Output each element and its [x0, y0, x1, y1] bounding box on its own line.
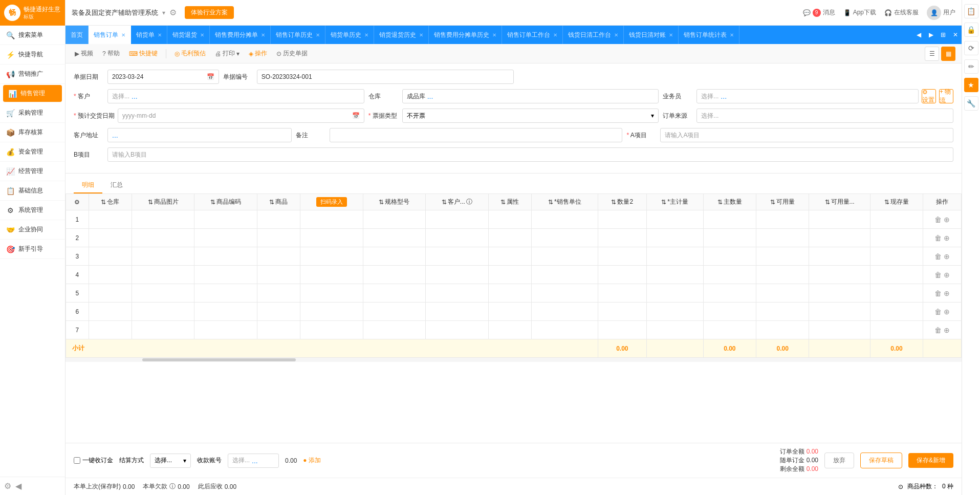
right-panel-btn-1[interactable]: 🔒	[964, 23, 978, 37]
row-spec-1[interactable]	[363, 229, 425, 247]
row-qty2-0[interactable]	[598, 210, 646, 229]
tab-close-11[interactable]: ✕	[669, 32, 673, 38]
row-scan-2[interactable]	[300, 247, 363, 266]
row-stock-1[interactable]	[870, 229, 923, 247]
tab-2[interactable]: 销货单✕	[131, 26, 167, 44]
customer-more-btn[interactable]: ...	[132, 92, 138, 100]
tab-close-10[interactable]: ✕	[614, 32, 618, 38]
row-image-5[interactable]	[132, 303, 194, 321]
col-main-unit[interactable]: ⇅ *主计量	[646, 194, 703, 210]
online-service-btn[interactable]: 🎧 在线客服	[884, 8, 919, 17]
row-available-4[interactable]	[756, 284, 809, 303]
row-unit-0[interactable]	[531, 210, 598, 229]
sidebar-item-3[interactable]: 📊销售管理	[3, 85, 62, 102]
row-product-3[interactable]	[257, 266, 300, 284]
settings-btn[interactable]: ⚙	[169, 8, 177, 17]
col-warehouse[interactable]: ⇅ 仓库	[89, 194, 132, 210]
row-stock-2[interactable]	[870, 247, 923, 266]
row-action-3[interactable]: 🗑 ⊕	[923, 266, 962, 284]
row-attr-1[interactable]	[488, 229, 531, 247]
horizontal-scrollbar[interactable]	[66, 358, 962, 362]
col-product[interactable]: ⇅ 商品	[257, 194, 300, 210]
row-available-6[interactable]	[756, 321, 809, 339]
row-spec-0[interactable]	[363, 210, 425, 229]
row-main-qty-2[interactable]	[703, 247, 756, 266]
scan-btn[interactable]: 扫码录入	[316, 197, 347, 207]
row-unit-1[interactable]	[531, 229, 598, 247]
row-action-4[interactable]: 🗑 ⊕	[923, 284, 962, 303]
row-main-qty-0[interactable]	[703, 210, 756, 229]
tab-close-6[interactable]: ✕	[364, 32, 368, 38]
sidebar-item-2[interactable]: 📢营销推广	[0, 64, 65, 84]
sidebar-item-1[interactable]: ⚡快捷导航	[0, 45, 65, 64]
col-code[interactable]: ⇅ 商品编码	[194, 194, 257, 210]
row-customer-4[interactable]	[426, 284, 489, 303]
date-input[interactable]: 2023-03-24 📅	[107, 70, 219, 84]
row-warehouse-4[interactable]	[89, 284, 132, 303]
col-attr[interactable]: ⇅ 属性	[488, 194, 531, 210]
row-copy-2[interactable]: ⊕	[944, 252, 950, 261]
row-spec-2[interactable]	[363, 247, 425, 266]
col-stock[interactable]: ⇅ 现存量	[870, 194, 923, 210]
delivery-input[interactable]: yyyy-mm-dd 📅	[118, 109, 364, 123]
add-field-btn[interactable]: + 物流	[939, 89, 953, 103]
row-delete-2[interactable]: 🗑	[934, 252, 942, 261]
row-image-4[interactable]	[132, 284, 194, 303]
row-warehouse-1[interactable]	[89, 229, 132, 247]
tab-12[interactable]: 销售订单统计表✕	[679, 26, 739, 44]
one-click-checkbox-input[interactable]	[74, 457, 80, 464]
tab-5[interactable]: 销售订单历史✕	[271, 26, 325, 44]
row-spec-3[interactable]	[363, 266, 425, 284]
sidebar-item-4[interactable]: 🛒采购管理	[0, 103, 65, 123]
row-available2-2[interactable]	[809, 247, 870, 266]
row-available-2[interactable]	[756, 247, 809, 266]
row-action-6[interactable]: 🗑 ⊕	[923, 321, 962, 339]
row-main-qty-6[interactable]	[703, 321, 756, 339]
tab-close-12[interactable]: ✕	[730, 32, 734, 38]
row-code-4[interactable]	[194, 284, 257, 303]
row-copy-4[interactable]: ⊕	[944, 289, 950, 297]
print-dropdown-icon[interactable]: ▾	[236, 50, 239, 57]
row-main-qty-3[interactable]	[703, 266, 756, 284]
tab-9[interactable]: 销售订单工作台✕	[502, 26, 563, 44]
tab-10[interactable]: 钱货日清工作台✕	[563, 26, 624, 44]
row-warehouse-0[interactable]	[89, 210, 132, 229]
right-panel-btn-3[interactable]: ✏	[964, 59, 978, 74]
col-main-qty[interactable]: ⇅ 主数量	[703, 194, 756, 210]
sidebar-item-10[interactable]: 🤝企业协同	[0, 220, 65, 240]
tab-close-4[interactable]: ✕	[261, 32, 265, 38]
row-scan-6[interactable]	[300, 321, 363, 339]
tab-prev-btn[interactable]: ◀	[912, 26, 925, 44]
row-attr-6[interactable]	[488, 321, 531, 339]
row-unit-3[interactable]	[531, 266, 598, 284]
row-scan-0[interactable]	[300, 210, 363, 229]
row-scan-1[interactable]	[300, 229, 363, 247]
collapse-icon[interactable]: ◀	[15, 481, 21, 491]
row-available-0[interactable]	[756, 210, 809, 229]
app-download-btn[interactable]: 📱 App下载	[843, 8, 876, 17]
tab-3[interactable]: 销货退货✕	[167, 26, 210, 44]
row-scan-4[interactable]	[300, 284, 363, 303]
warehouse-more-btn[interactable]: ...	[427, 92, 433, 100]
discard-btn[interactable]: 放弃	[824, 453, 854, 468]
row-warehouse-6[interactable]	[89, 321, 132, 339]
row-delete-0[interactable]: 🗑	[934, 216, 942, 224]
row-product-5[interactable]	[257, 303, 300, 321]
row-customer-0[interactable]	[426, 210, 489, 229]
row-main-unit-2[interactable]	[646, 247, 703, 266]
row-available2-1[interactable]	[809, 229, 870, 247]
row-qty2-2[interactable]	[598, 247, 646, 266]
message-btn[interactable]: 💬 9 消息	[803, 8, 835, 17]
row-stock-6[interactable]	[870, 321, 923, 339]
layout-grid-btn[interactable]: ▦	[941, 47, 955, 61]
row-available-5[interactable]	[756, 303, 809, 321]
row-attr-4[interactable]	[488, 284, 531, 303]
row-product-1[interactable]	[257, 229, 300, 247]
row-action-2[interactable]: 🗑 ⊕	[923, 247, 962, 266]
row-scan-3[interactable]	[300, 266, 363, 284]
row-unit-2[interactable]	[531, 247, 598, 266]
settings-icon[interactable]: ⚙	[4, 481, 11, 491]
row-main-unit-6[interactable]	[646, 321, 703, 339]
industry-btn[interactable]: 体验行业方案	[185, 6, 234, 19]
add-btn[interactable]: ● 添加	[303, 456, 321, 465]
